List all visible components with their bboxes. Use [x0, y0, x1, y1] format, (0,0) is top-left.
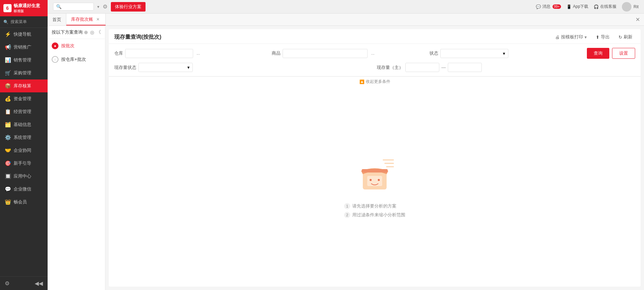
status-dropdown-icon: ▾	[503, 51, 505, 56]
export-btn[interactable]: ⬆ 导出	[593, 33, 612, 41]
print-label: 按模板打印	[561, 34, 583, 40]
print-btn[interactable]: 🖨 按模板打印 ▾	[553, 33, 590, 41]
sidebar-item-purchase[interactable]: 🛒 采购管理	[0, 67, 48, 79]
sidebar-item-label: 畅会员	[14, 199, 27, 205]
sidebar-item-marketing[interactable]: 📢 营销推广	[0, 41, 48, 54]
experience-btn[interactable]: 体验行业方案	[111, 2, 146, 12]
purchase-icon: 🛒	[5, 70, 11, 76]
sidebar-item-sales[interactable]: 📊 销售管理	[0, 54, 48, 67]
sidebar-item-basic[interactable]: 🗂️ 基础信息	[0, 118, 48, 131]
page-content: 按以下方案查询 ⊕ ◎ 《 ● 按批次 ○ 按仓库+批次 现存量查询(按批次)	[48, 26, 644, 290]
filter-action-buttons: 查询 设置	[587, 48, 635, 59]
sidebar-item-newbie[interactable]: 🎯 新手引导	[0, 157, 48, 170]
refresh-btn[interactable]: ↻ 刷新	[616, 33, 635, 41]
refresh-icon: ↻	[618, 35, 622, 40]
tip-text-2: 用过滤条件来缩小分析范围	[352, 212, 405, 218]
tab-batch-account[interactable]: 库存批次账 ✕	[66, 14, 106, 25]
sidebar-nav: ⚡ 快捷导航 📢 营销推广 📊 销售管理 🛒 采购管理 📦 库存核算 💰 资金管…	[0, 28, 48, 276]
basic-icon: 🗂️	[5, 122, 11, 128]
messages-label: 消息	[542, 4, 550, 10]
sidebar-header: 6 畅康通好生意 标准版	[0, 0, 48, 16]
sidebar-item-member[interactable]: 👑 畅会员	[0, 196, 48, 209]
tab-home[interactable]: 首页	[48, 14, 66, 25]
enterprise-icon: 🤝	[5, 147, 11, 153]
sidebar-item-label: 资金管理	[14, 96, 31, 102]
inventory-amount-min[interactable]	[405, 63, 439, 72]
product-more-btn[interactable]: ...	[370, 51, 376, 56]
tip-num-2: 2	[344, 212, 350, 218]
message-icon: 💬	[536, 4, 541, 9]
collapse-bar[interactable]: 🔼 收起更多条件	[109, 76, 641, 87]
app-download-label: App下载	[573, 4, 588, 10]
product-label: 商品	[272, 50, 281, 56]
sidebar-item-label: 基础信息	[14, 122, 31, 128]
wechat-icon: 💬	[5, 186, 11, 192]
sidebar-item-finance[interactable]: 💰 资金管理	[0, 92, 48, 105]
topbar-gear-icon[interactable]: ⚙	[103, 3, 107, 10]
tab-bar: 首页 库存批次账 ✕ ✕	[48, 14, 644, 26]
tab-home-label: 首页	[52, 17, 61, 23]
warehouse-input[interactable]	[125, 49, 193, 58]
topbar-search-input[interactable]	[64, 4, 91, 9]
messages-btn[interactable]: 💬 消息 99+	[536, 4, 561, 10]
empty-state: 1 请先选择要分析的方案 2 用过滤条件来缩小分析范围	[109, 87, 641, 287]
tab-close-all-icon[interactable]: ✕	[631, 16, 644, 23]
sidebar-search-label: 搜索菜单	[11, 19, 27, 25]
query-btn[interactable]: 查询	[587, 48, 609, 59]
topbar-dropdown-icon[interactable]: ▾	[97, 4, 99, 9]
sidebar-item-label: 企业协同	[14, 147, 31, 153]
solution-by-warehouse-batch[interactable]: ○ 按仓库+批次	[48, 53, 105, 66]
settings-footer-icon[interactable]: ⚙	[5, 280, 10, 287]
sidebar-item-system[interactable]: ⚙️ 系统管理	[0, 131, 48, 144]
solution-inactive-icon: ○	[52, 56, 58, 63]
collapse-panel-icon[interactable]: 《	[96, 29, 101, 35]
sidebar-search[interactable]: 🔍 搜索菜单	[0, 16, 48, 28]
collapse-sidebar-icon[interactable]: ◀◀	[35, 280, 43, 287]
settings-solution-icon[interactable]: ◎	[90, 30, 94, 35]
topbar-search-icon: 🔍	[56, 4, 62, 9]
user-info[interactable]: Rit	[622, 2, 639, 12]
sidebar-item-label: 系统管理	[14, 134, 31, 141]
product-input[interactable]	[283, 49, 368, 58]
sidebar-footer: ⚙ ◀◀	[0, 276, 48, 290]
sidebar-item-apps[interactable]: 🔲 应用中心	[0, 170, 48, 183]
add-solution-icon[interactable]: ⊕	[84, 30, 88, 35]
app-version: 标准版	[14, 9, 40, 14]
settings-btn[interactable]: 设置	[612, 48, 635, 59]
status-dropdown[interactable]: ▾	[440, 49, 508, 58]
inventory-status-group: 现存量状态 ▾	[114, 63, 373, 72]
app-logo: 6	[3, 4, 12, 12]
app-download-btn[interactable]: 📱 App下载	[566, 4, 588, 10]
newbie-icon: 🎯	[5, 160, 11, 166]
left-panel-actions: ⊕ ◎ 《	[84, 29, 101, 35]
apps-icon: 🔲	[5, 173, 11, 179]
warehouse-more-btn[interactable]: ...	[195, 51, 201, 56]
sidebar-item-wechat[interactable]: 💬 企业微信	[0, 183, 48, 196]
sidebar-item-label: 经营管理	[14, 109, 31, 115]
company-name: 畅康通好生意	[14, 3, 40, 9]
page-title: 现存量查询(按批次)	[114, 34, 162, 41]
print-dropdown-icon[interactable]: ▾	[584, 35, 587, 40]
product-filter-group: 商品 ...	[272, 49, 425, 58]
solution-by-batch[interactable]: ● 按批次	[48, 39, 105, 53]
topbar-search-area[interactable]: 🔍	[53, 3, 94, 11]
inventory-status-dropdown[interactable]: ▾	[138, 63, 193, 72]
sidebar-item-operation[interactable]: 📋 经营管理	[0, 105, 48, 118]
system-icon: ⚙️	[5, 134, 11, 141]
solution-by-batch-label: 按批次	[61, 43, 74, 49]
user-avatar	[622, 2, 631, 12]
search-icon: 🔍	[3, 20, 9, 24]
solution-active-icon: ●	[52, 42, 58, 49]
print-icon: 🖨	[555, 35, 560, 40]
online-support-btn[interactable]: 🎧 在线客服	[594, 4, 616, 10]
inventory-amount-max[interactable]	[448, 63, 482, 72]
sidebar-item-label: 采购管理	[14, 70, 31, 76]
sidebar-item-quick-nav[interactable]: ⚡ 快捷导航	[0, 28, 48, 41]
page-toolbar: 🖨 按模板打印 ▾ ⬆ 导出 ↻ 刷新	[553, 33, 635, 41]
sidebar-item-inventory[interactable]: 📦 库存核算	[0, 79, 48, 92]
sidebar-item-label: 快捷导航	[14, 31, 31, 37]
inventory-status-label: 现存量状态	[114, 65, 136, 71]
sidebar-item-enterprise[interactable]: 🤝 企业协同	[0, 144, 48, 157]
status-label: 状态	[429, 50, 438, 56]
tab-close-icon[interactable]: ✕	[95, 17, 101, 22]
